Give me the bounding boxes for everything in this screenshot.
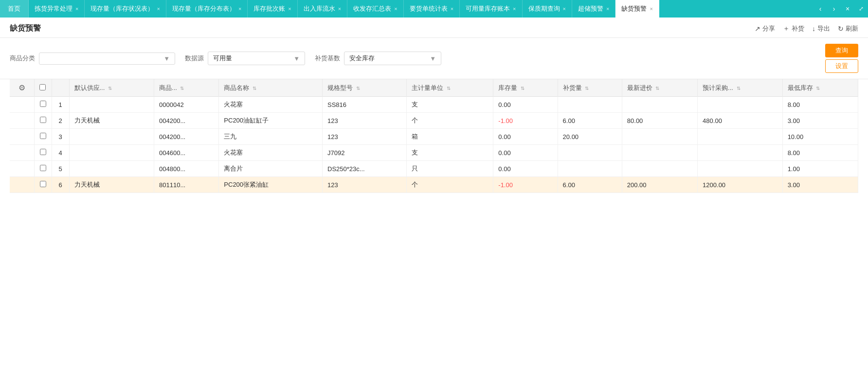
row-checkbox-cell[interactable] [34,177,52,193]
row-checkbox[interactable] [40,133,46,139]
col-spec-header[interactable]: 规格型号 ⇅ [323,79,407,97]
row-min-stock-cell: 8.00 [782,145,858,161]
replenish-sort-icon: ⇅ [585,86,589,91]
column-settings-icon[interactable]: ⚙ [18,84,25,92]
tab-inout-flow[interactable]: 出入库流水 × [298,0,347,18]
row-checkbox-cell[interactable] [34,129,52,145]
tab-receive-summary[interactable]: 收发存汇总表 × [347,0,403,18]
tab-close-available-ledger[interactable]: × [513,6,516,12]
col-stock-header[interactable]: 库存量 ⇅ [493,79,558,97]
row-checkbox[interactable] [40,149,46,155]
tab-close-receive-summary[interactable]: × [394,6,397,12]
col-product-name-header[interactable]: 商品名称 ⇅ [219,79,323,97]
tab-close-demand-stats[interactable]: × [451,6,453,12]
row-supplier-cell: 力天机械 [69,177,154,193]
refresh-icon: ↻ [838,25,844,33]
row-estimated-purchase-cell [698,129,783,145]
tab-shortage[interactable]: 缺货预警 × [615,0,659,18]
row-replenish-qty-cell [558,161,622,177]
row-min-stock-cell: 1.00 [782,161,858,177]
tab-close-exception[interactable]: × [75,6,78,12]
row-latest-price-cell [622,145,697,161]
col-product-code-header[interactable]: 商品... ⇅ [154,79,219,97]
row-checkbox[interactable] [40,181,46,187]
col-estimated-purchase-header[interactable]: 预计采购... ⇅ [698,79,783,97]
tab-overstock[interactable]: 超储预警 × [572,0,615,18]
data-table: ⚙ 默认供应... ⇅ 商品... ⇅ [10,79,858,193]
row-min-stock-cell: 10.00 [782,129,858,145]
select-all-checkbox[interactable] [39,84,46,90]
datasource-select[interactable]: 可用量 ▼ [208,52,305,65]
replenish-basis-select[interactable]: 安全库存 ▼ [344,52,441,65]
row-num-cell: 3 [52,129,69,145]
tab-close-inout-flow[interactable]: × [338,6,341,12]
row-checkbox-cell[interactable] [34,113,52,129]
row-supplier-cell [69,129,154,145]
tab-expiry-query[interactable]: 保质期查询 × [523,0,572,18]
unit-sort-icon: ⇅ [447,86,451,91]
col-settings[interactable]: ⚙ [10,79,34,97]
tab-close-inventory-status[interactable]: × [157,6,160,12]
tab-close-inventory-dist[interactable]: × [238,6,241,12]
refresh-button[interactable]: ↻ 刷新 [838,24,858,33]
replenish-basis-filter-group: 补货基数 安全库存 ▼ [315,52,441,65]
filter-actions: 查询 设置 [825,44,858,73]
row-unit-cell: 个 [406,113,493,129]
row-checkbox-cell[interactable] [34,161,52,177]
row-replenish-qty-cell: 20.00 [558,129,622,145]
row-estimated-purchase-cell: 480.00 [698,113,783,129]
tab-expand-button[interactable]: ⤢ [854,5,868,12]
tab-close-batch-account[interactable]: × [288,6,291,12]
category-select[interactable]: ▼ [39,53,175,65]
tab-home[interactable]: 首页 [0,0,29,18]
tab-close-overstock[interactable]: × [606,6,609,12]
tab-available-ledger[interactable]: 可用量库存账本 × [460,0,522,18]
tab-demand-stats[interactable]: 要货单统计表 × [404,0,460,18]
tab-inventory-dist[interactable]: 现存量（库存分布表） × [166,0,248,18]
export-button[interactable]: ↓ 导出 [812,24,830,33]
main-content: 缺货预警 ↗ 分享 ＋ 补货 ↓ 导出 ↻ 刷新 [0,18,868,387]
col-latest-price-header[interactable]: 最新进价 ⇅ [622,79,697,97]
row-checkbox[interactable] [40,165,46,171]
row-stock-cell: 0.00 [493,161,558,177]
replenish-button[interactable]: ＋ 补货 [783,24,804,33]
tab-close-shortage[interactable]: × [650,6,652,12]
datasource-select-value: 可用量 [213,54,232,63]
row-estimated-purchase-cell [698,161,783,177]
export-icon: ↓ [812,25,815,33]
row-replenish-qty-cell: 6.00 [558,177,622,193]
tab-batch-account[interactable]: 库存批次账 × [248,0,297,18]
tab-close-all-button[interactable]: × [841,5,854,13]
col-replenish-header[interactable]: 补货量 ⇅ [558,79,622,97]
share-button[interactable]: ↗ 分享 [755,24,775,33]
tab-close-expiry-query[interactable]: × [563,6,566,12]
query-button[interactable]: 查询 [825,44,858,57]
row-checkbox[interactable] [40,101,46,107]
filter-bar: 商品分类 ▼ 数据源 可用量 ▼ 补货基数 安全库存 ▼ [0,38,868,79]
tab-next-button[interactable]: › [827,5,841,13]
row-estimated-purchase-cell: 1200.00 [698,177,783,193]
row-spec-cell: DS250*23c... [323,161,407,177]
col-min-stock-header[interactable]: 最低库存 ⇅ [782,79,858,97]
row-stock-cell: 0.00 [493,145,558,161]
row-spec-cell: J7092 [323,145,407,161]
row-latest-price-cell [622,161,697,177]
table-row: 3 004200... 三九 123 箱 0.00 20.00 10.00 [10,129,858,145]
product-code-sort-icon: ⇅ [180,86,184,91]
row-spec-cell: 123 [323,177,407,193]
row-latest-price-cell [622,129,697,145]
tab-prev-button[interactable]: ‹ [814,5,827,13]
row-checkbox-cell[interactable] [34,145,52,161]
row-supplier-cell: 力天机械 [69,113,154,129]
row-min-stock-cell: 8.00 [782,97,858,113]
row-checkbox-cell[interactable] [34,97,52,113]
tab-exception[interactable]: 拣货异常处理 × [29,0,85,18]
product-name-sort-icon: ⇅ [253,86,256,91]
tab-inventory-status[interactable]: 现存量（库存状况表） × [85,0,166,18]
col-unit-header[interactable]: 主计量单位 ⇅ [406,79,493,97]
row-spec-cell: 123 [323,113,407,129]
row-spec-cell: 123 [323,129,407,145]
row-checkbox[interactable] [40,117,46,123]
col-supplier-header[interactable]: 默认供应... ⇅ [69,79,154,97]
settings-button[interactable]: 设置 [825,59,858,73]
